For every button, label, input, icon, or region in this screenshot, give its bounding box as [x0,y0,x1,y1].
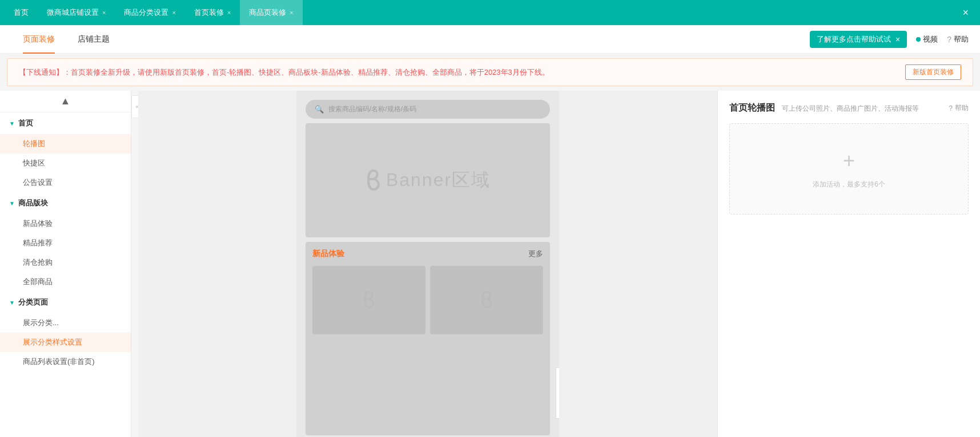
right-panel-subtitle: 可上传公司照片、商品推广图片、活动海报等 [782,104,919,112]
sidebar-show-cat-label: 展示分类... [23,318,59,327]
sidebar-item-product-list[interactable]: 商品列表设置(非首页) [0,352,131,371]
tab-store-label: 微商城店铺设置 [47,7,99,18]
sidebar: ▲ ▼ 首页 轮播图 快捷区 公告设置 ▼ 商品版块 新品体验 [0,91,131,437]
sidebar-section-category-page[interactable]: ▼ 分类页面 [0,292,131,313]
sidebar-item-show-categories[interactable]: 展示分类... [0,313,131,333]
question-icon: ? [947,35,951,44]
section-header: 新品体验 更多 [312,249,543,259]
arrow-product-icon: ▼ [9,200,15,207]
sidebar-item-clearance[interactable]: 清仓抢购 [0,253,131,272]
qr-overlay: 扫码预览效果 [556,367,559,430]
tab-category-settings[interactable]: 商品分类设置 × [115,0,184,25]
banner-text: Banner区域 [386,168,491,193]
upload-text: 添加活动，最多支持6个 [813,180,885,189]
tab-store-theme[interactable]: 店铺主题 [66,25,121,54]
help-label-text: 帮助 [954,34,969,44]
search-icon: 🔍 [315,105,324,114]
tab-home[interactable]: 首页 [5,0,38,25]
right-panel: 首页轮播图 可上传公司照片、商品推广图片、活动海报等 ? 帮助 + 添加活动，最… [717,91,980,437]
sidebar-cat-style-label: 展示分类样式设置 [23,338,82,346]
notice-bar: 【下线通知】：首页装修全新升级，请使用新版首页装修，首页-轮播图、快捷区、商品板… [7,58,973,86]
sidebar-all-products-label: 全部商品 [23,277,53,286]
top-nav: 首页 微商城店铺设置 × 商品分类设置 × 首页装修 × 商品页装修 × × [0,0,980,25]
upload-area[interactable]: + 添加活动，最多支持6个 [729,123,969,215]
sidebar-item-banner[interactable]: 轮播图 [0,134,131,153]
video-dot-icon [916,37,921,42]
search-placeholder: 搜索商品编码/名称/规格/条码 [328,104,416,114]
sidebar-section-product-block[interactable]: ▼ 商品版块 [0,192,131,214]
question-circle-icon: ? [949,104,953,112]
sidebar-product-list-label: 商品列表设置(非首页) [23,357,95,366]
preview-banner[interactable]: ϐ Banner区域 [306,123,550,237]
product-item-2[interactable]: ϐ [430,266,543,334]
right-panel-title: 首页轮播图 [729,103,775,112]
sidebar-featured-label: 精品推荐 [23,238,53,247]
tab-home-decoration[interactable]: 首页装修 × [185,0,240,25]
section-new-products-title: 新品体验 [312,249,344,259]
preview-new-products-section: 新品体验 更多 ϐ ϐ [306,242,550,435]
section-category-label: 分类页面 [18,297,48,307]
help-banner-text: 了解更多点击帮助试试 [817,34,891,44]
qr-label-text: 扫码预览效果 [556,421,559,430]
tab-page-decoration[interactable]: 页面装修 [11,25,66,54]
tab-page-dec-label: 页面装修 [23,34,55,44]
banner-logo-char: ϐ [365,164,381,196]
help-link[interactable]: ? 帮助 [947,34,969,44]
product-icon-1: ϐ [362,287,376,313]
right-panel-help-label: 帮助 [955,103,969,113]
tab-product-dec-label: 商品页装修 [249,7,286,18]
right-panel-header: 首页轮播图 可上传公司照片、商品推广图片、活动海报等 ? 帮助 [729,102,969,114]
right-panel-title-area: 首页轮播图 可上传公司照片、商品推广图片、活动海报等 [729,102,919,114]
product-icon-2: ϐ [480,287,494,313]
banner-logo: ϐ Banner区域 [365,164,491,196]
sidebar-new-exp-label: 新品体验 [23,219,53,228]
tab-home-dec-close[interactable]: × [227,9,231,16]
window-close-button[interactable]: × [955,7,975,19]
video-link[interactable]: 视频 [916,34,938,44]
section-home-label: 首页 [18,118,33,128]
product-item-1[interactable]: ϐ [312,266,425,334]
svg-rect-0 [559,370,559,416]
tab-store-settings[interactable]: 微商城店铺设置 × [38,0,115,25]
sidebar-item-featured[interactable]: 精品推荐 [0,233,131,253]
sidebar-item-all-products[interactable]: 全部商品 [0,272,131,292]
section-more-label: 更多 [528,249,543,259]
sidebar-section-home[interactable]: ▼ 首页 [0,112,131,134]
video-label: 视频 [923,34,938,44]
tab-home-label: 首页 [14,7,29,18]
new-version-button[interactable]: 新版首页装修 [905,64,961,80]
sidebar-item-category-style[interactable]: 展示分类样式设置 [0,333,131,352]
arrow-icon: ▼ [9,120,15,127]
main-content: ▲ ▼ 首页 轮播图 快捷区 公告设置 ▼ 商品版块 新品体验 [0,91,980,437]
upload-plus-icon: + [843,149,855,173]
product-grid: ϐ ϐ [312,266,543,334]
sidebar-banner-label: 轮播图 [23,139,45,148]
secondary-nav: 页面装修 店铺主题 了解更多点击帮助试试 × 视频 ? 帮助 [0,25,980,54]
sidebar-item-shortcuts[interactable]: 快捷区 [0,153,131,173]
tab-product-dec-close[interactable]: × [290,9,293,16]
tab-home-dec-label: 首页装修 [194,7,224,18]
help-banner-close[interactable]: × [895,35,900,44]
notice-text: 【下线通知】：首页装修全新升级，请使用新版首页装修，首页-轮播图、快捷区、商品板… [19,67,549,78]
sidebar-item-new-experience[interactable]: 新品体验 [0,214,131,233]
tab-category-label: 商品分类设置 [124,7,168,18]
section-product-label: 商品版块 [18,198,48,208]
tab-product-decoration[interactable]: 商品页装修 × [240,0,302,25]
tab-category-close[interactable]: × [172,9,175,16]
sidebar-wrapper: ▲ ▼ 首页 轮播图 快捷区 公告设置 ▼ 商品版块 新品体验 [0,91,138,437]
sidebar-notice-label: 公告设置 [23,178,53,187]
sidebar-scroll-up[interactable]: ▲ [0,91,131,112]
center-preview: 🔍 搜索商品编码/名称/规格/条码 ϐ Banner区域 新品体验 更多 [138,91,717,437]
tab-store-close[interactable]: × [102,9,106,16]
sidebar-item-notice[interactable]: 公告设置 [0,173,131,192]
right-panel-help-link[interactable]: ? 帮助 [949,103,969,113]
tab-store-theme-label: 店铺主题 [78,34,110,44]
sidebar-clearance-label: 清仓抢购 [23,258,53,266]
qr-code-image [556,367,559,419]
sidebar-shortcuts-label: 快捷区 [23,159,45,167]
help-banner[interactable]: 了解更多点击帮助试试 × [810,31,907,48]
help-area: 了解更多点击帮助试试 × 视频 ? 帮助 [810,31,969,48]
arrow-category-icon: ▼ [9,300,15,306]
preview-search-bar[interactable]: 🔍 搜索商品编码/名称/规格/条码 [306,100,550,119]
